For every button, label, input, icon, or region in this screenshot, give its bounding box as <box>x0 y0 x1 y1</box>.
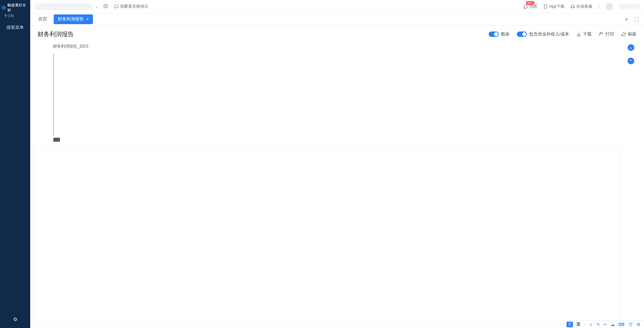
refresh-button[interactable]: 刷新 <box>622 31 637 37</box>
year-rail: ︽ ︾ <box>623 42 639 323</box>
fullscreen-icon[interactable]: ⛶ <box>633 15 640 23</box>
username[interactable] <box>619 4 639 9</box>
toggle-extra-income[interactable]: 包含营业外收入/成本 <box>517 31 569 37</box>
page-header: 财务利润报告 图表 包含营业外收入/成本 下载 打印 刷新 <box>30 25 644 42</box>
customer-service-button[interactable]: 在线客服 <box>571 4 592 9</box>
ime-settings-icon[interactable]: ⚙ <box>637 322 641 327</box>
sidebar: 畅捷通好业财 专业版 搜索菜单 <box>0 0 30 328</box>
close-icon[interactable]: ✕ <box>86 17 89 21</box>
brand-logo: 畅捷通好业财 <box>0 0 30 13</box>
tabbar: 首页 财务利润报告 ✕ ✕ ⛶ <box>30 13 644 25</box>
tab-home[interactable]: 首页 <box>34 14 51 24</box>
ime-edit-icon[interactable]: ✎ <box>596 322 600 327</box>
svg-point-1 <box>105 5 106 7</box>
ime-emoji-icon[interactable]: ☺ <box>589 322 593 327</box>
chart-legend <box>88 44 616 46</box>
main: ⌄ 我要看实例演示 99 + 消息 App下载 在线客服 | <box>30 0 644 328</box>
avatar[interactable] <box>606 3 613 10</box>
ime-badge[interactable]: 王 <box>567 322 573 327</box>
messages-button[interactable]: 99 + 消息 <box>523 4 537 9</box>
chart-title: 财务利润报告_2023 <box>37 44 88 49</box>
app-download-button[interactable]: App下载 <box>543 4 564 9</box>
svg-point-0 <box>3 7 4 8</box>
toggle-chart[interactable]: 图表 <box>489 31 509 37</box>
scroll-down-icon[interactable]: ︾ <box>628 58 634 64</box>
settings-icon[interactable] <box>0 313 30 328</box>
scroll-up-icon[interactable]: ︽ <box>628 44 634 51</box>
ime-cloud-icon[interactable]: ☁ <box>610 322 615 327</box>
brand-edition: 专业版 <box>0 13 30 21</box>
content-area: 财务利润报告_2023 <box>30 42 644 328</box>
topbar: ⌄ 我要看实例演示 99 + 消息 App下载 在线客服 | <box>30 0 644 13</box>
ime-toolbar: 王 英 • ☺ ✎ ✂ ☁ ⌨ 👕 ⚙ <box>563 321 644 328</box>
page-title: 财务利润报告 <box>38 30 74 38</box>
ime-skin-icon[interactable]: 👕 <box>628 322 633 327</box>
demo-link[interactable]: 我要看实例演示 <box>114 4 148 9</box>
tab-finance-profit-report[interactable]: 财务利润报告 ✕ <box>54 14 93 24</box>
chevron-down-icon: ⌄ <box>95 4 99 9</box>
sidebar-item[interactable]: 搜索菜单 <box>0 21 30 34</box>
svg-rect-2 <box>544 5 547 8</box>
download-button[interactable]: 下载 <box>577 31 592 37</box>
brand-name: 畅捷通好业财 <box>7 3 29 13</box>
org-selector[interactable]: ⌄ <box>35 3 99 10</box>
print-button[interactable]: 打印 <box>599 31 614 37</box>
ime-lang[interactable]: 英 <box>576 322 581 327</box>
gear-icon[interactable] <box>103 4 108 9</box>
ime-cut-icon[interactable]: ✂ <box>603 322 607 327</box>
ime-keyboard-icon[interactable]: ⌨ <box>618 322 625 327</box>
chart-hover-line <box>53 53 54 136</box>
chart-card: 财务利润报告_2023 <box>34 42 619 146</box>
chart-plot[interactable] <box>53 49 602 146</box>
close-all-tabs-icon[interactable]: ✕ <box>623 15 630 23</box>
chart-tooltip <box>53 138 60 142</box>
data-table[interactable] <box>34 146 619 323</box>
message-badge: 99 + <box>526 1 535 5</box>
